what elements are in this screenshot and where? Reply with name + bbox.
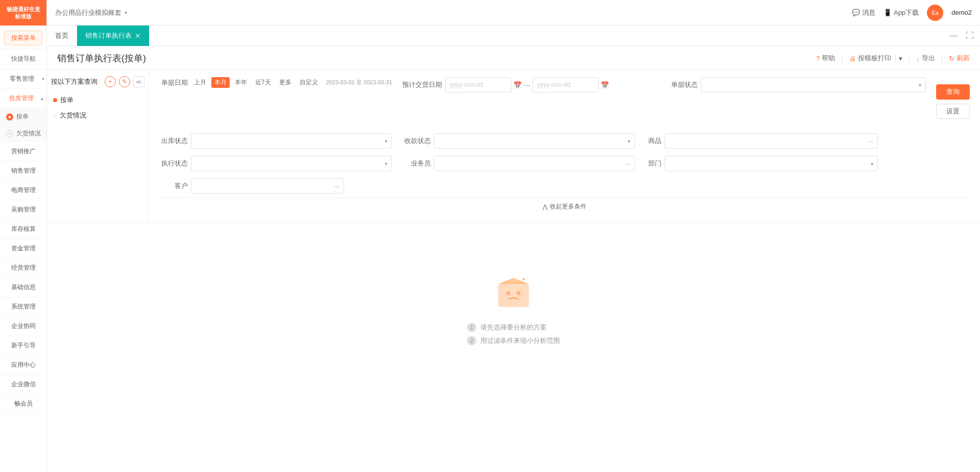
export-button[interactable]: ↓ 导出 (916, 54, 935, 63)
filter-left-icon-group: + ✎ ≪ (105, 76, 144, 87)
action-buttons: 查询 设置 (936, 77, 970, 126)
collapse-up-icon: ⋀ (543, 203, 548, 210)
sidebar-search: 搜索菜单 (0, 26, 46, 49)
sidebar-sub-item-order[interactable]: ● 按单 (0, 108, 46, 125)
search-button[interactable]: 查询 (936, 84, 970, 100)
date-range-text: 2023-03-01 至 2023-03-31 (326, 79, 393, 86)
wholesale-arrow-icon: ▴ (41, 96, 43, 101)
doc-status-chevron-icon: ▾ (919, 82, 921, 88)
customer-select[interactable]: ··· (191, 178, 344, 194)
app-download-button[interactable]: 📱 App下载 (884, 8, 919, 17)
message-button[interactable]: 💬 消息 (852, 8, 875, 17)
print-dropdown-icon[interactable]: ▾ (895, 55, 902, 62)
salesman-select[interactable]: ··· (434, 156, 635, 171)
header-title-area: 办公用品行业模拟账套 ▾ (55, 8, 846, 17)
content-area: 销售订单执行表(按单) ? 帮助 | 🖨 按模板打印 ▾ | ↓ (47, 46, 980, 472)
page-header: 销售订单执行表(按单) ? 帮助 | 🖨 按模板打印 ▾ | ↓ (47, 46, 980, 70)
collapse-button[interactable]: ⋀ 收起更多条件 (543, 202, 586, 211)
out-status-select[interactable]: ▾ (191, 133, 392, 149)
tip-num-2: 2 (467, 336, 476, 345)
user-avatar[interactable]: Ea (927, 5, 943, 21)
tab-close-icon[interactable]: ✕ (135, 32, 141, 40)
customer-more-icon[interactable]: ··· (334, 182, 339, 190)
sidebar-item-marketing[interactable]: 营销推广 (0, 142, 46, 161)
filter-scheme-debt[interactable]: ○ 欠货情况 (51, 108, 144, 123)
date-label: 单据日期 (159, 78, 188, 87)
filter-left-title: 按以下方案查询 (51, 77, 102, 86)
sidebar-item-coop[interactable]: 企业协同 (0, 317, 46, 336)
logo-subtext: 标准版 (15, 13, 32, 20)
expected-date-label: 预计交货日期 (402, 80, 442, 89)
sidebar-item-member[interactable]: 畅会员 (0, 394, 46, 414)
sidebar-item-sales[interactable]: 销售管理 (0, 161, 46, 181)
export-icon: ↓ (916, 55, 920, 62)
sidebar-quick-nav: 快捷导航 (0, 49, 46, 69)
page-title: 销售订单执行表(按单) (57, 52, 146, 64)
inactive-scheme-indicator: ○ (53, 112, 57, 119)
sidebar-item-guide[interactable]: 新手引导 (0, 336, 46, 356)
goods-more-icon[interactable]: ··· (868, 137, 873, 145)
help-icon: ? (816, 55, 820, 62)
dept-label: 部门 (645, 159, 662, 168)
goods-select[interactable]: ··· (665, 133, 878, 149)
minimize-icon[interactable]: — (947, 30, 960, 42)
filter-right-panel: 单据日期 上月 本月 本年 近7天 更多 自定义 2023-03-01 至 20… (149, 70, 980, 222)
expected-date-end-input[interactable]: yyyy-mm-dd (532, 77, 599, 92)
date-dash: — (524, 81, 530, 89)
date-tab-7days[interactable]: 近7天 (252, 77, 274, 88)
date-tab-this-year[interactable]: 本年 (232, 77, 250, 88)
sidebar-item-inventory[interactable]: 库存核算 (0, 220, 46, 239)
inactive-indicator: ○ (6, 130, 13, 137)
goods-label: 商品 (645, 136, 662, 146)
date-tab-more[interactable]: 更多 (276, 77, 295, 88)
salesman-label: 业务员 (402, 159, 431, 168)
sidebar-item-operation[interactable]: 经营管理 (0, 258, 46, 278)
date-tab-this-month[interactable]: 本月 (211, 77, 230, 88)
sidebar-sub-item-debt[interactable]: ○ 欠货情况 (0, 125, 46, 142)
add-scheme-button[interactable]: + (105, 76, 116, 87)
avatar-initials: Ea (932, 10, 939, 16)
user-name[interactable]: demo2 (951, 9, 972, 16)
empty-illustration: ✦ ✧ (488, 264, 539, 315)
quick-nav-button[interactable]: 快捷导航 (4, 52, 42, 66)
tab-expand-area: — ⛶ (947, 30, 976, 42)
exec-status-select[interactable]: ▾ (191, 156, 392, 171)
tab-sales-order[interactable]: 销售订单执行表 ✕ (77, 26, 150, 46)
collapse-sidebar-button[interactable]: ≪ (133, 76, 144, 87)
account-dropdown-icon[interactable]: ▾ (125, 10, 127, 15)
refresh-button[interactable]: ↻ 刷新 (949, 54, 970, 63)
filter-area: 按以下方案查询 + ✎ ≪ 按单 ○ 欠货情况 (47, 70, 980, 223)
tab-home[interactable]: 首页 (47, 26, 77, 46)
search-menu-button[interactable]: 搜索菜单 (4, 31, 42, 45)
print-button[interactable]: 🖨 按模板打印 ▾ (849, 54, 902, 63)
setting-button[interactable]: 设置 (936, 104, 970, 119)
expected-date-start-input[interactable]: yyyy-mm-dd (445, 77, 511, 92)
out-status-chevron-icon: ▾ (385, 138, 387, 144)
header-actions: 💬 消息 📱 App下载 Ea demo2 (852, 5, 972, 21)
salesman-more-icon[interactable]: ··· (625, 160, 630, 168)
sidebar-item-wechat[interactable]: 企业微信 (0, 375, 46, 394)
sidebar-item-ecommerce[interactable]: 电商管理 (0, 181, 46, 200)
sidebar-item-purchase[interactable]: 采购管理 (0, 200, 46, 220)
cal-icon-start[interactable]: 📅 (513, 81, 522, 89)
collapse-row: ⋀ 收起更多条件 (159, 198, 970, 215)
sidebar-item-finance[interactable]: 资金管理 (0, 239, 46, 258)
sidebar-item-apps[interactable]: 应用中心 (0, 356, 46, 375)
date-tab-custom[interactable]: 自定义 (297, 77, 321, 88)
edit-scheme-button[interactable]: ✎ (119, 76, 130, 87)
help-button[interactable]: ? 帮助 (816, 54, 835, 63)
cal-icon-end[interactable]: 📅 (601, 81, 609, 89)
collect-status-select[interactable]: ▾ (434, 133, 635, 149)
doc-status-select[interactable]: ▾ (701, 77, 926, 92)
sidebar-item-wholesale[interactable]: 批发管理 ▴ (0, 89, 46, 108)
active-scheme-indicator (53, 98, 57, 102)
sidebar-item-basic[interactable]: 基础信息 (0, 278, 46, 297)
retail-arrow-icon: ▾ (42, 76, 44, 82)
sidebar-item-system[interactable]: 系统管理 (0, 297, 46, 317)
maximize-icon[interactable]: ⛶ (964, 30, 976, 42)
date-tab-last-month[interactable]: 上月 (191, 77, 209, 88)
dept-select[interactable]: ▾ (665, 156, 878, 171)
exec-status-chevron-icon: ▾ (385, 161, 387, 167)
sidebar-item-retail[interactable]: 零售管理 ▾ (0, 69, 46, 89)
filter-scheme-order[interactable]: 按单 (51, 92, 144, 108)
